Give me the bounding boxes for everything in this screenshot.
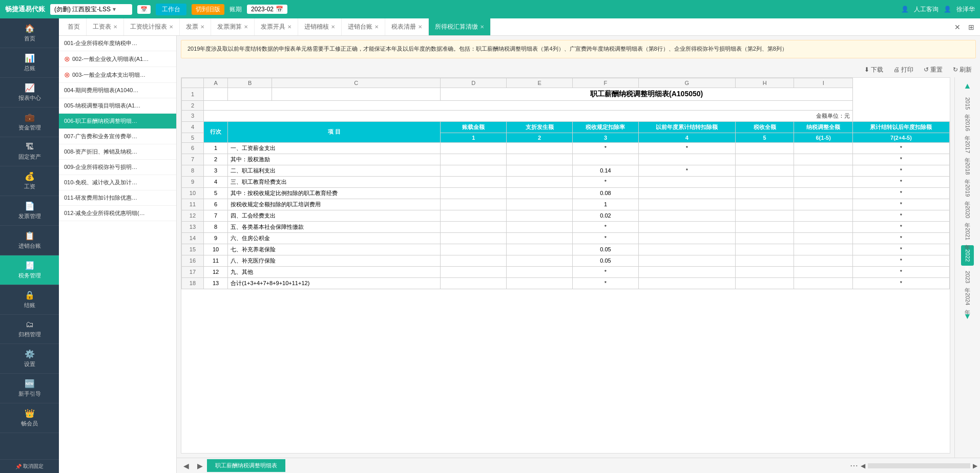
h-13[interactable] xyxy=(794,221,853,232)
f-18[interactable] xyxy=(638,277,735,289)
f-15[interactable] xyxy=(638,244,735,255)
item-12[interactable]: 四、工会经费支出 xyxy=(228,210,441,221)
e-9[interactable]: * xyxy=(573,176,639,187)
c-18[interactable] xyxy=(441,277,507,289)
c-11[interactable] xyxy=(441,199,507,210)
g-10[interactable] xyxy=(735,187,794,199)
tab-4[interactable]: 发票测算✕ xyxy=(211,18,255,35)
g-8[interactable] xyxy=(735,165,794,176)
i-10[interactable]: * xyxy=(852,187,949,199)
year-item-2015年[interactable]: 2015年 xyxy=(961,93,974,114)
left-panel-item-5[interactable]: 006-职工薪酬纳税调整明细… xyxy=(59,114,176,129)
year-item-2018年[interactable]: 2018年 xyxy=(961,158,974,179)
year-item-2016年[interactable]: 2016年 xyxy=(961,115,974,135)
calendar-icon-btn[interactable]: 📅 xyxy=(137,5,151,14)
f-7[interactable] xyxy=(638,154,735,165)
reset-button[interactable]: ↺ 重置 xyxy=(921,64,946,75)
g-17[interactable] xyxy=(735,266,794,277)
d-7[interactable] xyxy=(507,154,573,165)
seq-18[interactable]: 13 xyxy=(203,277,227,289)
tab-9[interactable]: 所得税汇算清缴✕ xyxy=(429,18,491,35)
d-11[interactable] xyxy=(507,199,573,210)
item-10[interactable]: 其中：按税收规定比例扣除的职工教育经费 xyxy=(228,187,441,199)
c-12[interactable] xyxy=(441,210,507,221)
e-10[interactable]: 0.08 xyxy=(573,187,639,199)
tab-5[interactable]: 发票开具✕ xyxy=(255,18,298,35)
e-18[interactable]: * xyxy=(573,277,639,289)
c-14[interactable] xyxy=(441,232,507,244)
year-item-2017年[interactable]: 2017年 xyxy=(961,137,974,157)
c-15[interactable] xyxy=(441,244,507,255)
sheet-more-button[interactable]: ⋯ xyxy=(850,461,858,470)
item-9[interactable]: 三、职工教育经费支出 xyxy=(228,176,441,187)
sheet-nav-right[interactable]: ▶ xyxy=(193,460,207,471)
year-item-2019年[interactable]: 2019年 xyxy=(961,180,974,201)
i-18[interactable]: * xyxy=(852,277,949,289)
year-scroll-up-button[interactable]: ▲ xyxy=(962,80,973,92)
f-13[interactable] xyxy=(638,221,735,232)
c-10[interactable] xyxy=(441,187,507,199)
d-16[interactable] xyxy=(507,255,573,266)
year-item-2021年[interactable]: 2021年 xyxy=(961,224,974,244)
sidebar-item-tax-mgmt[interactable]: 🧾税务管理 xyxy=(0,255,59,285)
f-17[interactable] xyxy=(638,266,735,277)
item-7[interactable]: 其中：股权激励 xyxy=(228,154,441,165)
d-12[interactable] xyxy=(507,210,573,221)
f-12[interactable] xyxy=(638,210,735,221)
tab-close-3[interactable]: ✕ xyxy=(200,24,204,30)
h-16[interactable] xyxy=(794,255,853,266)
item-17[interactable]: 九、其他 xyxy=(228,266,441,277)
h-18[interactable] xyxy=(794,277,853,289)
horizontal-scrollbar[interactable] xyxy=(868,463,970,468)
tab-2[interactable]: 工资统计报表✕ xyxy=(124,18,180,35)
h-15[interactable] xyxy=(794,244,853,255)
c-9[interactable] xyxy=(441,176,507,187)
e-12[interactable]: 0.02 xyxy=(573,210,639,221)
company-selector[interactable]: (勿删) 江西股宝-LSS ▾ xyxy=(50,4,132,15)
seq-16[interactable]: 11 xyxy=(203,255,227,266)
left-panel-item-3[interactable]: 004-期间费用明细表(A1040… xyxy=(59,83,176,98)
year-scroll-down-button[interactable]: ▼ xyxy=(962,310,973,322)
i-14[interactable]: * xyxy=(852,232,949,244)
e-8[interactable]: 0.14 xyxy=(573,165,639,176)
sidebar-item-archive[interactable]: 🗂归档管理 xyxy=(0,315,59,344)
i-8[interactable]: * xyxy=(852,165,949,176)
item-14[interactable]: 六、住房公积金 xyxy=(228,232,441,244)
d-17[interactable] xyxy=(507,266,573,277)
sidebar-item-reports[interactable]: 📈报表中心 xyxy=(0,78,59,107)
h-12[interactable] xyxy=(794,210,853,221)
e-13[interactable]: * xyxy=(573,221,639,232)
d-18[interactable] xyxy=(507,277,573,289)
item-8[interactable]: 二、职工福利支出 xyxy=(228,165,441,176)
sidebar-item-payroll[interactable]: 💰工资 xyxy=(0,166,59,196)
cancel-fixed-button[interactable]: 📌 取消固定 xyxy=(0,459,59,473)
f-10[interactable] xyxy=(638,187,735,199)
left-panel-item-2[interactable]: ⊗003-一般企业成本支出明细… xyxy=(59,67,176,83)
c-8[interactable] xyxy=(441,165,507,176)
h-9[interactable] xyxy=(794,176,853,187)
workbench-button[interactable]: 工作台 xyxy=(156,4,186,15)
sidebar-item-settings[interactable]: ⚙️设置 xyxy=(0,344,59,374)
tab-close-8[interactable]: ✕ xyxy=(418,24,422,30)
seq-17[interactable]: 12 xyxy=(203,266,227,277)
item-16[interactable]: 八、补充医疗保险 xyxy=(228,255,441,266)
h-8[interactable] xyxy=(794,165,853,176)
d-13[interactable] xyxy=(507,221,573,232)
d-14[interactable] xyxy=(507,232,573,244)
sidebar-item-ledger[interactable]: 📊总账 xyxy=(0,48,59,78)
user-label[interactable]: 徐泽华 xyxy=(956,5,975,14)
f-14[interactable] xyxy=(638,232,735,244)
e-7[interactable] xyxy=(573,154,639,165)
spreadsheet-wrapper[interactable]: A B C D E F G H I xyxy=(181,77,950,454)
item-6[interactable]: 一、工资薪金支出 xyxy=(228,142,441,154)
item-18[interactable]: 合计(1+3+4+7+8+9+10+11+12) xyxy=(228,277,441,289)
g-18[interactable] xyxy=(735,277,794,289)
seq-7[interactable]: 2 xyxy=(203,154,227,165)
i-7[interactable]: * xyxy=(852,154,949,165)
seq-10[interactable]: 5 xyxy=(203,187,227,199)
item-15[interactable]: 七、补充养老保险 xyxy=(228,244,441,255)
i-13[interactable]: * xyxy=(852,221,949,232)
g-7[interactable] xyxy=(735,154,794,165)
i-15[interactable]: * xyxy=(852,244,949,255)
year-item-2022年[interactable]: 2022年 xyxy=(961,245,974,266)
